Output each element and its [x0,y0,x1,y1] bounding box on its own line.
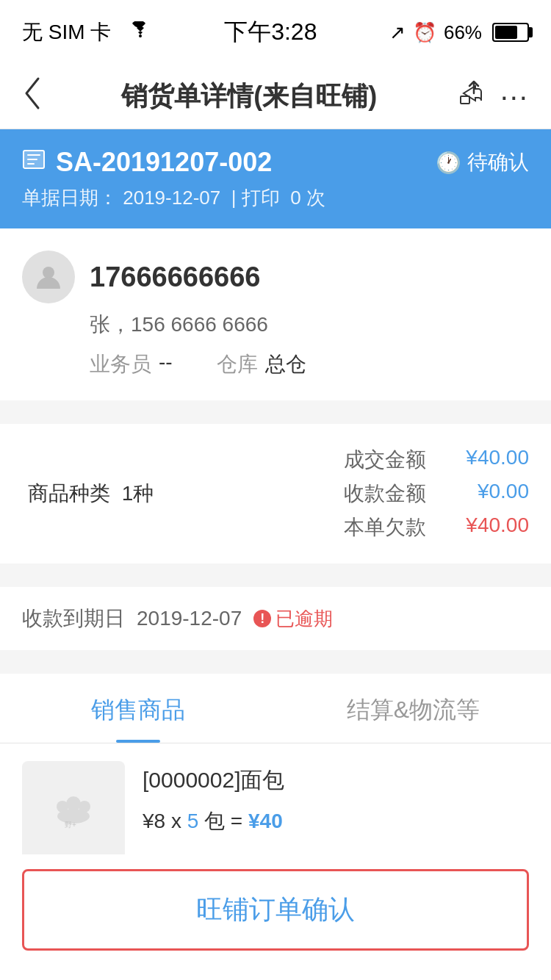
bottom-bar: 旺铺订单确认 [0,854,551,980]
overdue-text: 已逾期 [276,606,333,632]
warehouse-value: 总仓 [265,350,306,378]
tab-settlement[interactable]: 结算&物流等 [276,674,551,743]
order-status: 🕐 待确认 [436,148,529,176]
due-date-label: 收款到期日 [22,605,125,633]
equals-sign: = [231,810,242,832]
product-thumbnail: 野+ [22,761,125,864]
transaction-label: 成交金额 [344,446,426,474]
location-icon: ↗ [389,21,406,44]
stats-right: 成交金额 ¥40.00 收款金额 ¥0.00 本单欠款 ¥40.00 [344,446,529,541]
status-bar: 无 SIM 卡 下午3:28 ↗ ⏰ 66% [0,0,551,65]
customer-name: 张，156 6666 6666 [90,311,529,339]
divider-2 [0,575,551,587]
overdue-badge: ! 已逾期 [253,606,333,632]
customer-meta: 业务员 -- 仓库 总仓 [90,350,529,378]
tabs-section: 销售商品 结算&物流等 [0,674,551,743]
salesperson-value: -- [159,350,173,378]
carrier-text: 无 SIM 卡 [22,21,111,43]
price-unit: ¥8 [143,810,165,832]
due-date-value: 2019-12-07 [137,607,242,630]
order-id: SA-20191207-002 [22,147,272,178]
tab-products[interactable]: 销售商品 [0,674,276,743]
multiply-sign: x [171,810,181,832]
page-title: 销货单详情(来自旺铺) [121,79,377,115]
order-id-text: SA-20191207-002 [56,147,272,178]
product-unit: 包 [204,810,225,832]
order-header: SA-20191207-002 🕐 待确认 单据日期： 2019-12-07 |… [0,129,551,228]
nav-bar: 销货单详情(来自旺铺) ··· [0,65,551,129]
battery-icon [492,23,529,42]
confirm-order-button[interactable]: 旺铺订单确认 [22,869,529,951]
salesperson-label: 业务员 [90,350,151,378]
category-value: 1种 [122,482,154,505]
svg-text:野+: 野+ [65,821,76,829]
overdue-icon: ! [253,610,271,627]
stats-section: 商品种类 1种 成交金额 ¥40.00 收款金额 ¥0.00 本单欠款 ¥40.… [0,424,551,563]
carrier-wifi: 无 SIM 卡 [22,18,152,46]
svg-point-3 [43,267,54,278]
category-label: 商品种类 [28,482,110,505]
balance-row: 本单欠款 ¥40.00 [344,514,529,541]
print-info: | 打印 0 次 [226,187,325,209]
divider-3 [0,662,551,674]
warehouse-label: 仓库 [217,350,258,378]
tab-products-label: 销售商品 [91,696,185,723]
order-icon [22,147,48,178]
status-clock-icon: 🕐 [436,151,461,175]
customer-phone: 17666666666 [90,262,260,293]
order-date-row: 单据日期： 2019-12-07 | 打印 0 次 [22,185,529,211]
status-right: ↗ ⏰ 66% [389,21,529,44]
avatar [22,251,75,303]
wifi-icon [129,21,152,43]
svg-rect-1 [461,96,469,104]
product-info: [0000002]面包 ¥8 x 5 包 = ¥40 [143,761,529,835]
due-section: 收款到期日 2019-12-07 ! 已逾期 [0,587,551,650]
received-value: ¥0.00 [441,480,529,508]
transaction-value: ¥40.00 [441,446,529,474]
more-icon[interactable]: ··· [500,80,529,113]
category-stat: 商品种类 1种 [22,480,154,508]
received-row: 收款金额 ¥0.00 [344,480,529,508]
transaction-row: 成交金额 ¥40.00 [344,446,529,474]
battery-percent: 66% [444,21,482,44]
balance-label: 本单欠款 [344,514,426,541]
divider-1 [0,412,551,424]
customer-section: 17666666666 张，156 6666 6666 业务员 -- 仓库 总仓 [0,228,551,400]
alarm-icon: ⏰ [413,21,436,44]
nav-actions: ··· [456,79,529,115]
back-button[interactable] [22,76,43,118]
salesperson-meta: 业务员 -- [90,350,173,378]
stats-left: 商品种类 1种 [22,446,344,541]
tabs-row: 销售商品 结算&物流等 [0,674,551,743]
product-name: [0000002]面包 [143,765,529,796]
order-status-text: 待确认 [467,148,529,176]
date-label: 单据日期： [22,187,118,209]
tab-settlement-label: 结算&物流等 [347,696,480,723]
svg-point-0 [139,35,142,37]
product-qty: 5 [187,810,199,832]
received-label: 收款金额 [344,480,426,508]
share-icon[interactable] [456,79,486,115]
order-date-value: 2019-12-07 [123,187,220,209]
status-time: 下午3:28 [224,16,317,48]
warehouse-meta: 仓库 总仓 [217,350,306,378]
balance-value: ¥40.00 [441,514,529,541]
product-price: ¥8 x 5 包 = ¥40 [143,807,529,835]
product-total: ¥40 [248,810,283,832]
